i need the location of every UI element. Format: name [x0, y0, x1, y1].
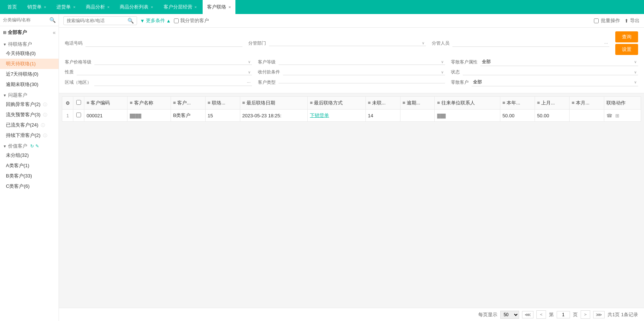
sidebar-item-class-a[interactable]: A类客户(1): [0, 160, 59, 171]
col-last-contact-method[interactable]: ≡ 最后联络方式: [308, 97, 365, 110]
value-refresh-icon[interactable]: ↻: [30, 144, 34, 149]
close-customer-contact-icon[interactable]: ×: [228, 5, 231, 9]
close-sales-order-icon[interactable]: ×: [44, 5, 46, 9]
retail-customer-select[interactable]: 全部 ∨: [472, 78, 638, 86]
phone-input[interactable]: [85, 40, 242, 47]
col-name[interactable]: ≡ 客户名称: [127, 97, 171, 110]
select-all-checkbox[interactable]: [76, 100, 81, 105]
col-unit-contact[interactable]: ≡ 往来单位联系人: [435, 97, 500, 110]
gender-select[interactable]: ∨: [77, 69, 252, 75]
region-ellipsis-icon[interactable]: ···: [247, 80, 251, 85]
search-input[interactable]: [67, 18, 127, 23]
sidebar-search-input[interactable]: [3, 17, 49, 23]
sidebar-collapse-btn[interactable]: «: [53, 30, 56, 35]
more-conditions-btn[interactable]: ▼ 更多条件 ▲: [140, 17, 171, 24]
row-checkbox-cell: [73, 110, 84, 122]
sidebar-item-class-c[interactable]: C类客户(6): [0, 181, 59, 191]
gear-icon[interactable]: ⚙: [66, 100, 70, 106]
status-caret-icon: ∨: [634, 70, 637, 74]
col-overdue[interactable]: ≡ 逾期...: [400, 97, 435, 110]
filter-panel: 电话号码 分管部门 ∨ 分管人员 ···: [59, 28, 644, 93]
total-records: 共1页 1条记录: [608, 311, 638, 318]
manager-ellipsis-icon[interactable]: ···: [604, 41, 608, 46]
col-current-month[interactable]: ≡ 本月...: [569, 97, 604, 110]
info-icon-4: ⓘ: [43, 133, 47, 138]
manager-select[interactable]: ···: [452, 40, 609, 47]
row-last-contact-method: 下销货单: [308, 110, 365, 122]
prev-page-btn[interactable]: ＜: [536, 310, 546, 319]
nav-home[interactable]: 首页: [3, 0, 21, 14]
toolbar-right: 批量操作 ⬆ 导出: [594, 17, 640, 24]
retail-attr-select[interactable]: 全部 ∨: [480, 58, 638, 66]
export-btn[interactable]: ⬆ 导出: [624, 17, 640, 24]
row-current-month: [569, 110, 604, 122]
close-customer-tier-icon[interactable]: ×: [195, 5, 197, 9]
sidebar-item-churn-warning[interactable]: 流失预警客户(3) ⓘ: [0, 110, 59, 120]
retail-attr-field: 零散客户属性 全部 ∨: [451, 58, 638, 66]
sidebar-item-today-pending[interactable]: 今天待联络(0): [0, 48, 59, 59]
batch-operation-btn[interactable]: 批量操作: [594, 17, 620, 24]
sidebar-item-overdue-pending[interactable]: 逾期未联络(30): [0, 79, 59, 90]
query-set-btns: 查询 设置: [615, 31, 638, 55]
col-code[interactable]: ≡ 客户编码: [84, 97, 127, 110]
sidebar-search-icon[interactable]: 🔍: [49, 17, 56, 23]
sidebar-item-class-b[interactable]: B类客户(33): [0, 171, 59, 181]
value-triangle-icon: ▼: [3, 144, 7, 148]
set-button[interactable]: 设置: [615, 44, 638, 55]
payment-select[interactable]: ∨: [283, 69, 445, 75]
table-header-row: ⚙ ≡ 客户编码 ≡ 客户名称: [62, 97, 641, 110]
batch-checkbox[interactable]: [594, 18, 599, 23]
nav-purchase-order[interactable]: 进货单 ×: [52, 0, 80, 14]
close-product-analysis-icon[interactable]: ×: [107, 5, 109, 9]
phone-action-icon[interactable]: ☎: [606, 113, 612, 118]
nav-customer-contact[interactable]: 客户联络 ×: [203, 0, 235, 14]
dept-select[interactable]: ∨: [269, 40, 426, 46]
sidebar-item-repurchase-abnormal[interactable]: 回购异常客户(2) ⓘ: [0, 99, 59, 110]
last-contact-link[interactable]: 下销货单: [310, 113, 329, 118]
value-group-header: ▼ 价值客户 ↻ ✎: [0, 141, 59, 150]
nav-product-analysis-list[interactable]: 商品分析列表 ×: [115, 0, 157, 14]
all-customers-label[interactable]: ⊞ 全部客户: [3, 29, 27, 36]
region-select[interactable]: ···: [94, 79, 252, 86]
qr-action-icon[interactable]: ⊞: [615, 113, 619, 118]
gender-caret-icon: ∨: [248, 70, 251, 74]
region-field: 区域（地区） ···: [65, 79, 252, 86]
nav-product-analysis[interactable]: 商品分析 ×: [81, 0, 114, 14]
sidebar-item-declining[interactable]: 持续下滑客户(2) ⓘ: [0, 130, 59, 141]
col-category[interactable]: ≡ 客户...: [171, 97, 205, 110]
value-grade-select[interactable]: ∨: [94, 59, 252, 65]
problem-triangle-icon: ▼: [3, 93, 7, 97]
customer-type-field: 客户类型: [258, 79, 445, 86]
row-unit-contact: ███: [435, 110, 500, 122]
sidebar-item-7day-pending[interactable]: 近7天待联络(0): [0, 69, 59, 79]
col-last-contact-date[interactable]: ≡ 最后联络日期: [240, 97, 308, 110]
page-number-input[interactable]: [557, 311, 570, 318]
row-checkbox[interactable]: [76, 113, 81, 117]
last-page-btn[interactable]: ⋙: [593, 311, 605, 318]
my-customers-checkbox[interactable]: [174, 18, 179, 23]
next-page-btn[interactable]: ＞: [581, 310, 590, 319]
pending-group-header: ▼ 待联络客户: [0, 39, 59, 48]
sidebar-item-tomorrow-pending[interactable]: 明天待联络(1): [0, 59, 59, 69]
customer-type-select[interactable]: [279, 82, 445, 83]
manager-field: 分管人员 ···: [432, 40, 609, 47]
col-current-year[interactable]: ≡ 本年...: [500, 97, 535, 110]
first-page-btn[interactable]: ⋘: [522, 311, 533, 318]
search-icon[interactable]: 🔍: [127, 18, 134, 24]
row-index: 1: [62, 110, 73, 122]
col-uncontacted[interactable]: ≡ 未联...: [365, 97, 400, 110]
close-product-analysis-list-icon[interactable]: ×: [151, 5, 153, 9]
per-page-select[interactable]: 50 100 200: [500, 311, 519, 319]
action-icons: ☎ ⊞: [606, 113, 638, 118]
value-edit-icon[interactable]: ✎: [35, 144, 39, 149]
customer-grade-select[interactable]: ∨: [279, 59, 445, 65]
close-purchase-order-icon[interactable]: ×: [73, 5, 75, 9]
col-last-month[interactable]: ≡ 上月...: [535, 97, 569, 110]
query-button[interactable]: 查询: [615, 31, 638, 42]
sidebar-item-churned[interactable]: 已流失客户(24) ⓘ: [0, 120, 59, 130]
nav-customer-tier[interactable]: 客户分层经营 ×: [159, 0, 201, 14]
nav-sales-order[interactable]: 销货单 ×: [23, 0, 50, 14]
sidebar-item-ungrouped[interactable]: 未分组(32): [0, 150, 59, 160]
status-select[interactable]: ∨: [463, 69, 638, 75]
col-contact-count[interactable]: ≡ 联络...: [205, 97, 240, 110]
